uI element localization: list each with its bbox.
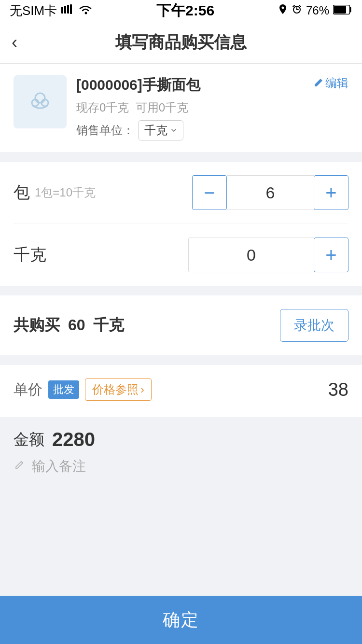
- pack-quantity-input[interactable]: [227, 175, 314, 210]
- price-value: 38: [328, 379, 348, 400]
- amount-section: 金额 2280 输入备注: [0, 417, 362, 483]
- status-time: 下午2:56: [156, 1, 214, 21]
- price-row: 单价 批发 价格参照 › 38: [14, 378, 348, 401]
- sim-icon: [61, 3, 74, 18]
- pack-minus-button[interactable]: −: [192, 175, 227, 210]
- unit-select[interactable]: 千克: [138, 120, 183, 140]
- note-icon: [14, 459, 26, 475]
- battery-icon: [333, 4, 352, 17]
- status-right: 76%: [278, 4, 352, 17]
- svg-line-7: [293, 5, 294, 7]
- pack-plus-button[interactable]: +: [314, 175, 348, 210]
- svg-rect-10: [334, 6, 346, 14]
- status-bar: 无SIM卡 下午2:56: [0, 0, 362, 21]
- page-title: 填写商品购买信息: [115, 31, 247, 54]
- batch-button[interactable]: 录批次: [280, 309, 348, 342]
- price-label-group: 单价 批发 价格参照 ›: [14, 378, 152, 401]
- total-section: 共购买 60 千克 录批次: [0, 295, 362, 355]
- price-section: 单价 批发 价格参照 › 38: [0, 365, 362, 417]
- edit-button[interactable]: 编辑: [313, 75, 348, 91]
- product-thumbnail: [14, 75, 67, 128]
- product-name: [0000006]手撕面包: [76, 75, 200, 95]
- note-row[interactable]: 输入备注: [14, 457, 348, 476]
- product-card: [0000006]手撕面包 编辑 现存0千克 可用0千克 销售单位： 千克: [0, 64, 362, 152]
- carrier-label: 无SIM卡: [10, 2, 57, 19]
- divider-3: [0, 355, 362, 365]
- product-stock: 现存0千克 可用0千克: [76, 100, 348, 115]
- kg-label: 千克: [14, 244, 46, 266]
- svg-point-11: [35, 93, 45, 103]
- confirm-button[interactable]: 确定: [0, 596, 362, 644]
- svg-line-14: [21, 462, 23, 463]
- divider-1: [0, 152, 362, 162]
- pack-label: 包 1包=10千克: [14, 182, 96, 204]
- product-info: [0000006]手撕面包 编辑 现存0千克 可用0千克 销售单位： 千克: [76, 75, 348, 140]
- pack-controls: − +: [192, 175, 348, 210]
- input-section: 包 1包=10千克 − + 千克 +: [0, 162, 362, 286]
- back-button[interactable]: ‹: [12, 32, 17, 53]
- kg-row: 千克 +: [14, 224, 348, 286]
- location-icon: [278, 4, 288, 17]
- nav-bar: ‹ 填写商品购买信息: [0, 21, 362, 64]
- divider-2: [0, 286, 362, 295]
- svg-line-8: [299, 5, 301, 7]
- svg-rect-0: [61, 7, 63, 14]
- total-text: 共购买 60 千克: [14, 315, 124, 336]
- kg-controls: +: [188, 238, 348, 272]
- wifi-icon: [78, 3, 93, 18]
- svg-rect-2: [67, 5, 69, 14]
- alarm-icon: [292, 4, 302, 17]
- price-ref-button[interactable]: 价格参照 ›: [85, 378, 152, 401]
- svg-rect-1: [64, 6, 66, 14]
- kg-quantity-input[interactable]: [188, 238, 314, 272]
- svg-rect-3: [70, 4, 72, 14]
- status-left: 无SIM卡: [10, 2, 93, 19]
- battery-label: 76%: [306, 4, 329, 17]
- pack-row: 包 1包=10千克 − +: [14, 162, 348, 224]
- kg-plus-button[interactable]: +: [314, 238, 348, 272]
- amount-row: 金额 2280: [14, 429, 348, 450]
- note-text: 输入备注: [32, 457, 86, 476]
- price-tag: 批发: [48, 380, 79, 399]
- product-unit: 销售单位： 千克: [76, 120, 348, 140]
